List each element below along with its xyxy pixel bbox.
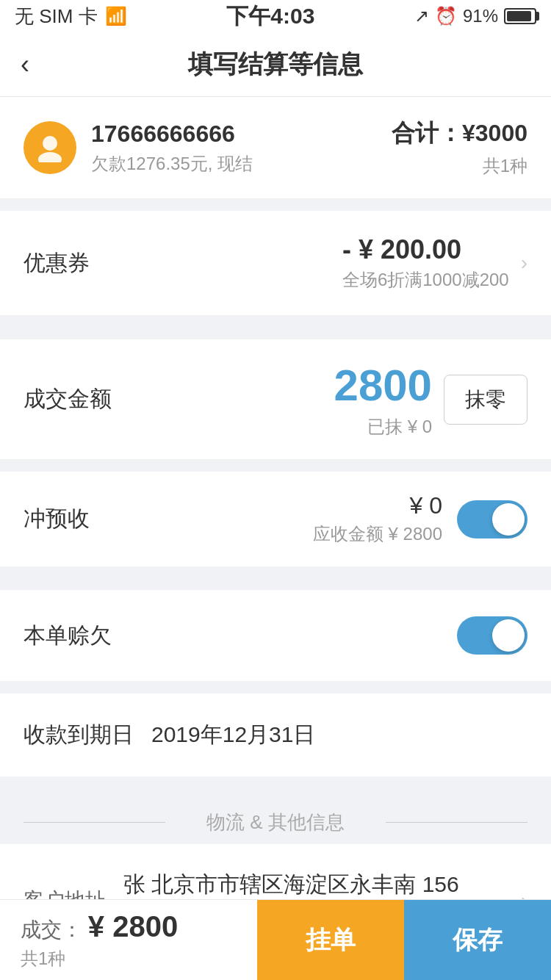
back-button[interactable]: ‹ — [21, 49, 29, 80]
separator-2 — [0, 578, 551, 590]
coupon-row[interactable]: 优惠券 - ¥ 200.00 全场6折满1000减200 › — [0, 211, 551, 316]
customer-sub-info: 欠款1276.35元, 现结 — [91, 152, 253, 176]
transaction-sub: 已抹 ¥ 0 — [334, 415, 432, 439]
coupon-label: 优惠券 — [24, 248, 90, 278]
customer-phone: 17666666666 — [91, 120, 253, 148]
coupon-amount: - ¥ 200.00 — [342, 234, 509, 265]
nav-bar: ‹ 填写结算等信息 — [0, 32, 551, 97]
status-time: 下午4:03 — [226, 1, 314, 32]
chevron-right-icon: › — [521, 251, 527, 275]
battery-icon — [504, 8, 536, 24]
round-button[interactable]: 抹零 — [444, 375, 527, 425]
coupon-desc: 全场6折满1000减200 — [342, 268, 509, 292]
battery-percent: 91% — [463, 6, 498, 26]
status-right: ↗ ⏰ 91% — [414, 6, 536, 26]
avatar — [24, 121, 76, 174]
separator-3 — [0, 788, 551, 800]
page-title: 填写结算等信息 — [188, 48, 363, 82]
transaction-amount: 2800 — [334, 360, 432, 411]
wifi-icon: 📶 — [105, 6, 127, 26]
bottom-bar: 成交： ¥ 2800 共1种 挂单 保存 — [0, 899, 551, 980]
status-bar: 无 SIM 卡 📶 下午4:03 ↗ ⏰ 91% — [0, 0, 551, 32]
debt-label: 本单赊欠 — [24, 621, 112, 651]
customer-row: 17666666666 欠款1276.35元, 现结 合计：¥3000 共1种 — [0, 97, 551, 199]
location-icon: ↗ — [414, 6, 429, 26]
alarm-icon: ⏰ — [435, 6, 457, 26]
sim-status: 无 SIM 卡 — [15, 4, 98, 29]
hang-button[interactable]: 挂单 — [257, 900, 404, 980]
prepay-label: 冲预收 — [24, 504, 90, 534]
bottom-sub: 共1种 — [21, 947, 237, 970]
duedate-label: 收款到期日 — [24, 720, 134, 750]
duedate-value: 2019年12月31日 — [151, 720, 315, 750]
separator-1 — [0, 328, 551, 339]
prepay-toggle[interactable] — [457, 500, 527, 538]
duedate-row: 收款到期日 2019年12月31日 — [0, 693, 551, 777]
bottom-amount: ¥ 2800 — [88, 910, 178, 943]
prepay-row: 冲预收 ¥ 0 应收金额 ¥ 2800 — [0, 472, 551, 566]
debt-toggle[interactable] — [457, 616, 527, 655]
logistics-divider: 物流 & 其他信息 — [0, 800, 551, 844]
deal-label: 成交： — [21, 918, 82, 941]
save-button[interactable]: 保存 — [404, 900, 551, 980]
svg-point-1 — [38, 152, 62, 162]
debt-row: 本单赊欠 — [0, 590, 551, 681]
logistics-label: 物流 & 其他信息 — [206, 810, 345, 835]
main-content: 17666666666 欠款1276.35元, 现结 合计：¥3000 共1种 … — [0, 97, 551, 980]
total-amount: 合计：¥3000 — [392, 118, 527, 150]
prepay-sub: 应收金额 ¥ 2800 — [313, 522, 442, 546]
transaction-label: 成交金额 — [24, 384, 112, 414]
transaction-row: 成交金额 2800 已抹 ¥ 0 抹零 — [0, 339, 551, 460]
status-left: 无 SIM 卡 📶 — [15, 4, 127, 29]
prepay-amount: ¥ 0 — [313, 492, 442, 519]
svg-point-0 — [43, 136, 57, 151]
total-sub: 共1种 — [392, 154, 527, 178]
